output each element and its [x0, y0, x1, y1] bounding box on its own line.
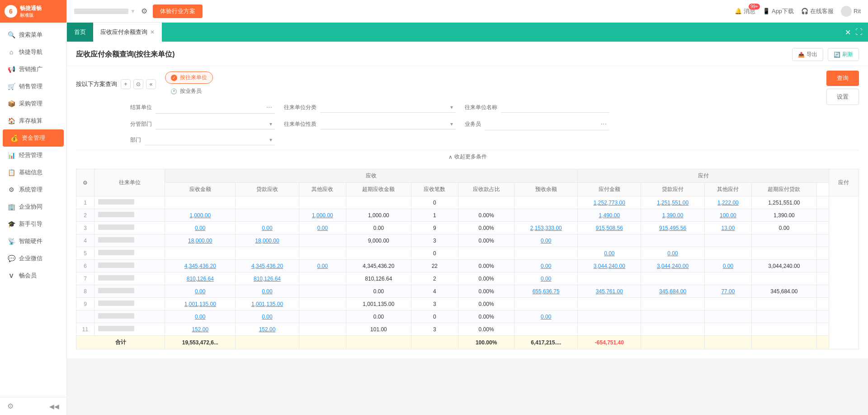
ar-amount-cell[interactable]: 1,001,135.00	[165, 298, 236, 310]
ap-amount-cell[interactable]: 0.00	[578, 247, 641, 260]
dept-manager-chevron[interactable]: ▾	[269, 121, 272, 127]
collapse-bar[interactable]: ∧ 收起更多条件	[76, 150, 859, 163]
ar-loan-cell[interactable]: 810,126.64	[236, 272, 299, 285]
filter-option-label: 按往来单位	[180, 74, 207, 81]
ar-loan-cell[interactable]: 18,000.00	[236, 234, 299, 247]
dept-chevron[interactable]: ▾	[269, 137, 272, 143]
ar-prepay-cell[interactable]: 0.00	[514, 260, 578, 272]
table-settings-icon[interactable]: ⚙	[83, 180, 88, 186]
ar-loan-cell[interactable]: 4,345,436.20	[236, 260, 299, 272]
sidebar-item-inventory[interactable]: 🏠 库存核算	[0, 112, 66, 129]
sidebar-item-search[interactable]: 🔍 搜索菜单	[0, 26, 66, 43]
ar-loan-cell[interactable]: 0.00	[236, 285, 299, 298]
ap-amount-cell[interactable]: 915,508.56	[578, 222, 641, 234]
ar-loan-cell[interactable]: 1,001,135.00	[236, 298, 299, 310]
partner-category-chevron[interactable]: ▾	[450, 104, 453, 110]
sidebar-item-shortcut[interactable]: ⌂ 快捷导航	[0, 43, 66, 61]
ap-other-cell[interactable]: 1,222.00	[704, 196, 752, 209]
sidebar-item-marketing[interactable]: 📢 营销推广	[0, 61, 66, 78]
table-row: 11 152.00 152.00 101.00 3 0.00%	[76, 323, 859, 336]
filter-collapse-btn[interactable]: «	[146, 79, 156, 89]
ap-loan-cell[interactable]: 1,251,551.00	[641, 196, 704, 209]
filter-option-by-salesman[interactable]: 🕐 按业务员	[165, 86, 213, 97]
header-gear-icon[interactable]: ⚙	[141, 7, 147, 15]
tab-close-icon[interactable]: ✕	[150, 29, 155, 35]
ar-amount-cell[interactable]: 810,126.64	[165, 272, 236, 285]
ar-other-cell[interactable]: 1,000.00	[299, 209, 346, 222]
sidebar-item-system[interactable]: ⚙ 系统管理	[0, 181, 66, 198]
ar-other-cell[interactable]: 0.00	[299, 222, 346, 234]
ap-loan-cell[interactable]: 1,390.00	[641, 209, 704, 222]
ar-count-cell: 9	[411, 222, 458, 234]
query-button[interactable]: 查询	[826, 71, 859, 86]
export-button[interactable]: 📤 导出	[792, 48, 823, 61]
tab-arbalance[interactable]: 应收应付余额查询 ✕	[93, 23, 162, 42]
settings-button[interactable]: 设置	[826, 89, 859, 105]
sidebar-item-sales[interactable]: 🛒 销售管理	[0, 78, 66, 95]
ar-overdue-cell: 0.00	[346, 222, 411, 234]
ar-other-cell[interactable]: 0.00	[299, 260, 346, 272]
ar-prepay-cell[interactable]: 0.00	[514, 272, 578, 285]
ap-amount-cell[interactable]: 3,044,240.00	[578, 260, 641, 272]
ar-loan-cell[interactable]: 0.00	[236, 310, 299, 323]
ar-prepay-cell[interactable]: 655,636.75	[514, 285, 578, 298]
ar-loan-cell[interactable]: 0.00	[236, 222, 299, 234]
sidebar-item-label: 系统管理	[19, 186, 42, 194]
ar-amount-cell[interactable]: 4,345,436.20	[165, 260, 236, 272]
ar-amount-cell[interactable]: 18,000.00	[165, 234, 236, 247]
partner-name-input[interactable]	[501, 102, 609, 113]
ap-amount-cell[interactable]: 345,761.00	[578, 285, 641, 298]
partner-cell	[94, 272, 165, 285]
ap-amount-cell[interactable]: 1,252,773.00	[578, 196, 641, 209]
sidebar-item-label: 基础信息	[19, 168, 42, 176]
marketing-icon: 📢	[7, 66, 15, 73]
online-service-link[interactable]: 🎧 在线客服	[801, 7, 834, 15]
ap-other-cell[interactable]: 13.00	[704, 222, 752, 234]
sidebar-item-basic[interactable]: 📋 基础信息	[0, 164, 66, 181]
sidebar-item-guide[interactable]: 🎓 新手引导	[0, 215, 66, 233]
ar-amount-cell[interactable]: 0.00	[165, 285, 236, 298]
ap-other-cell[interactable]: 100.00	[704, 209, 752, 222]
sidebar-item-label: 快捷导航	[19, 48, 42, 56]
sidebar-item-hardware[interactable]: 📡 智能硬件	[0, 233, 66, 250]
ar-loan-cell[interactable]: 152.00	[236, 323, 299, 336]
ar-amount-cell[interactable]: 1,000.00	[165, 209, 236, 222]
ar-prepay-cell[interactable]: 2,153,333.00	[514, 222, 578, 234]
ar-amount-cell[interactable]: 0.00	[165, 310, 236, 323]
filter-target-btn[interactable]: ⊙	[133, 79, 143, 89]
ap-other-cell[interactable]: 77.00	[704, 285, 752, 298]
promo-button[interactable]: 体验行业方案	[153, 5, 203, 18]
filter-add-btn[interactable]: +	[121, 79, 131, 89]
sidebar-item-wechat[interactable]: 💬 企业微信	[0, 250, 66, 267]
ap-amount-cell[interactable]: 1,490.00	[578, 209, 641, 222]
tab-close-window-icon[interactable]: ✕	[845, 28, 851, 37]
sidebar-item-collab[interactable]: 🏢 企业协同	[0, 198, 66, 215]
sidebar-item-purchase[interactable]: 📦 采购管理	[0, 95, 66, 112]
settlement-unit-dots[interactable]: ···	[266, 103, 272, 111]
user-menu[interactable]: Rit	[841, 6, 861, 17]
partner-nature-chevron[interactable]: ▾	[450, 121, 453, 127]
sidebar-item-finance[interactable]: 💰 资金管理	[3, 129, 64, 147]
sidebar-collapse-icon[interactable]: ◀◀	[49, 403, 59, 410]
ar-amount-cell[interactable]: 152.00	[165, 323, 236, 336]
ap-overdue-cell	[752, 234, 816, 247]
ap-loan-cell[interactable]: 0.00	[641, 247, 704, 260]
tab-expand-icon[interactable]: ⛶	[855, 28, 863, 36]
salesman-dots[interactable]: ···	[601, 120, 607, 128]
refresh-button[interactable]: 🔄 刷新	[828, 48, 859, 61]
ap-loan-cell[interactable]: 915,495.56	[641, 222, 704, 234]
filter-option-by-partner[interactable]: ✓ 按往来单位	[165, 72, 213, 84]
ar-prepay-cell[interactable]: 0.00	[514, 310, 578, 323]
app-download-link[interactable]: 📱 App下载	[763, 7, 794, 15]
sidebar-item-member[interactable]: V 畅会员	[0, 267, 66, 284]
ap-loan-cell[interactable]: 345,684.00	[641, 285, 704, 298]
ap-other-cell[interactable]: 0.00	[704, 260, 752, 272]
sidebar-settings-icon[interactable]: ⚙	[7, 402, 14, 410]
sidebar-item-operations[interactable]: 📊 经营管理	[0, 147, 66, 164]
ap-loan-cell[interactable]: 3,044,240.00	[641, 260, 704, 272]
ar-amount-cell[interactable]: 0.00	[165, 222, 236, 234]
tab-home[interactable]: 首页	[67, 23, 93, 42]
notification-bell[interactable]: 🔔 消息 99+	[735, 7, 755, 15]
home-icon: ⌂	[7, 48, 15, 56]
ar-prepay-cell[interactable]: 0.00	[514, 234, 578, 247]
